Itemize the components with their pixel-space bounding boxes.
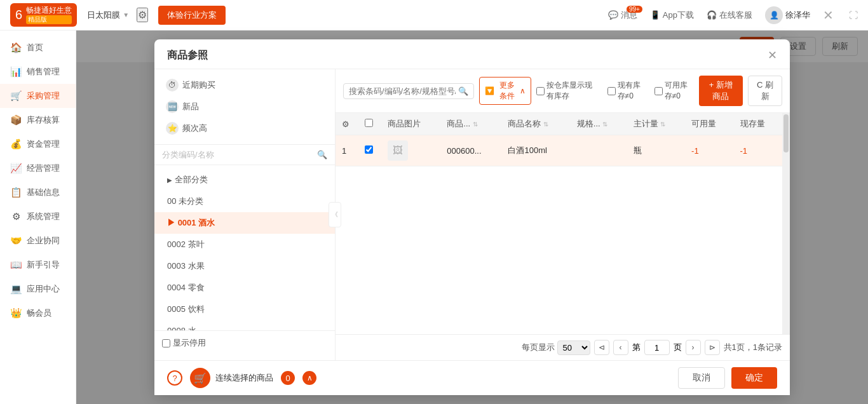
product-search-input[interactable] <box>349 86 456 96</box>
sidebar-item-home[interactable]: 🏠 首页 <box>0 36 76 60</box>
warehouse-checkbox[interactable] <box>536 87 545 95</box>
available-ne0-checkbox[interactable] <box>654 87 663 95</box>
store-name: 日太阳膜 <box>87 10 120 21</box>
category-liquor[interactable]: ▶ 0001 酒水 <box>154 212 335 234</box>
per-page-selector: 每页显示 50 10 20 100 <box>522 340 590 355</box>
category-snack[interactable]: 0004 零食 <box>154 277 335 299</box>
sidebar-item-collab[interactable]: 🤝 企业协同 <box>0 229 76 253</box>
page-suffix: 页 <box>674 342 682 353</box>
sidebar-item-apps[interactable]: 💻 应用中心 <box>0 277 76 301</box>
show-disabled-checkbox-row: 显示停用 <box>154 330 335 355</box>
category-water[interactable]: 0008 水 <box>154 320 335 330</box>
user-menu[interactable]: 👤 徐泽华 <box>765 6 810 24</box>
refresh-button[interactable]: C 刷新 <box>748 76 782 106</box>
category-all[interactable]: ▶ 全部分类 <box>154 169 335 191</box>
cancel-button[interactable]: 取消 <box>678 367 725 389</box>
service-button[interactable]: 🎧 在线客服 <box>707 10 752 21</box>
category-fruit[interactable]: 0003 水果 <box>154 255 335 277</box>
message-badge: 99+ <box>627 6 642 13</box>
sidebar-item-basic[interactable]: 📋 基础信息 <box>0 180 76 205</box>
th-gear[interactable]: ⚙ <box>336 113 358 135</box>
sidebar: 🏠 首页 📊 销售管理 🛒 采购管理 📦 库存核算 💰 资金管理 📈 经营管理 … <box>0 30 76 404</box>
table-scrollbar[interactable] <box>782 113 790 334</box>
add-product-button[interactable]: + 新增商品 <box>699 76 743 106</box>
category-search-input[interactable] <box>162 150 313 159</box>
filter-checkboxes: 按仓库显示现有库存 现有库存≠0 可用库存≠0 <box>536 80 694 102</box>
available-ne0-checkbox-label[interactable]: 可用库存≠0 <box>654 80 694 102</box>
table-settings-icon[interactable]: ⚙ <box>342 119 349 129</box>
sidebar-item-guide[interactable]: 📖 新手引导 <box>0 253 76 277</box>
total-info: 共1页，1条记录 <box>724 342 782 353</box>
store-selector[interactable]: 日太阳膜 ▼ <box>87 10 129 21</box>
category-drink[interactable]: 0005 饮料 <box>154 299 335 320</box>
cart-icon[interactable]: 🛒 <box>190 368 210 388</box>
sidebar-label-sales: 销售管理 <box>27 66 60 77</box>
window-close-button[interactable]: ✕ <box>823 8 834 23</box>
app-download-button[interactable]: 📱 App下载 <box>650 10 694 21</box>
window-maximize-button[interactable]: ⛶ <box>849 10 858 20</box>
collapse-cart-button[interactable]: ∧ <box>302 371 316 385</box>
cart-count: 0 <box>281 371 295 385</box>
trial-button[interactable]: 体验行业方案 <box>158 6 226 25</box>
show-disabled-label[interactable]: 显示停用 <box>162 337 206 349</box>
sidebar-item-system[interactable]: ⚙ 系统管理 <box>0 205 76 229</box>
next-page-button[interactable]: › <box>686 340 701 355</box>
new-product-item[interactable]: 🆕 新品 <box>159 96 330 118</box>
recent-purchase-item[interactable]: ⏱ 近期购买 <box>159 74 330 96</box>
dialog-action-buttons: 取消 确定 <box>678 367 777 389</box>
prev-page-button[interactable]: ‹ <box>613 340 628 355</box>
th-name[interactable]: 商品名称 ⇅ <box>501 113 570 135</box>
page-input[interactable] <box>644 340 670 355</box>
sidebar-item-purchase[interactable]: 🛒 采购管理 <box>0 84 76 108</box>
last-page-button[interactable]: ⊳ <box>705 340 720 355</box>
category-snack-label: 0004 零食 <box>167 283 205 292</box>
show-disabled-checkbox[interactable] <box>162 339 170 347</box>
category-search-icon[interactable]: 🔍 <box>317 150 327 159</box>
filter-icon: 🔽 <box>485 86 494 95</box>
row-checkbox[interactable] <box>365 145 373 154</box>
sidebar-item-member[interactable]: 👑 畅会员 <box>0 301 76 325</box>
sidebar-label-business: 经营管理 <box>27 163 60 174</box>
basic-icon: 📋 <box>10 187 22 198</box>
scrollbar-thumb[interactable] <box>783 114 789 152</box>
th-code[interactable]: 商品... ⇅ <box>440 113 501 135</box>
th-spec[interactable]: 规格... ⇅ <box>571 113 627 135</box>
freq-item[interactable]: ⭐ 频次高 <box>159 118 330 139</box>
sidebar-label-system: 系统管理 <box>27 211 60 222</box>
member-icon: 👑 <box>10 307 22 319</box>
category-all-label: 全部分类 <box>175 174 208 185</box>
category-unclassified[interactable]: 00 未分类 <box>154 191 335 212</box>
gear-button[interactable]: ⚙ <box>137 8 148 22</box>
sidebar-label-finance: 资金管理 <box>27 138 60 150</box>
stock-ne0-checkbox-label[interactable]: 现有库存≠0 <box>607 80 647 102</box>
more-filter-button[interactable]: 🔽 更多条件 ∧ <box>479 77 531 105</box>
confirm-button[interactable]: 确定 <box>731 367 777 389</box>
help-button[interactable]: ? <box>167 370 182 386</box>
td-seq: 1 <box>336 135 358 166</box>
sidebar-label-home: 首页 <box>27 42 43 53</box>
select-all-checkbox[interactable] <box>365 119 373 127</box>
category-tea[interactable]: 0002 茶叶 <box>154 234 335 255</box>
sidebar-item-sales[interactable]: 📊 销售管理 <box>0 60 76 84</box>
sidebar-item-inventory[interactable]: 📦 库存核算 <box>0 108 76 132</box>
logo[interactable]: 6 畅捷通好生意 精品版 <box>10 3 77 27</box>
dialog-close-button[interactable]: ✕ <box>768 48 777 62</box>
pagination: 每页显示 50 10 20 100 ⊲ ‹ 第 <box>336 334 790 360</box>
toolbar-right-actions: + 新增商品 C 刷新 <box>699 76 782 106</box>
category-drink-label: 0005 饮料 <box>167 304 205 314</box>
freq-label: 频次高 <box>182 123 207 134</box>
collapse-panel-button[interactable]: 《 <box>329 202 341 227</box>
warehouse-checkbox-label[interactable]: 按仓库显示现有库存 <box>536 80 600 102</box>
warehouse-label: 按仓库显示现有库存 <box>546 80 600 102</box>
product-search-icon[interactable]: 🔍 <box>458 86 468 96</box>
first-page-button[interactable]: ⊲ <box>594 340 609 355</box>
sidebar-item-business[interactable]: 📈 经营管理 <box>0 156 76 180</box>
message-button[interactable]: 💬 消息 99+ <box>608 10 637 21</box>
table-row[interactable]: 1 🖼 000600... <box>336 135 782 166</box>
per-page-select[interactable]: 50 10 20 100 <box>557 340 590 355</box>
th-image: 商品图片 <box>381 113 440 135</box>
th-unit[interactable]: 主计量 ⇅ <box>627 113 686 135</box>
dialog-body: ⏱ 近期购买 🆕 新品 ⭐ 频次高 <box>154 69 790 360</box>
sidebar-item-finance[interactable]: 💰 资金管理 <box>0 132 76 156</box>
stock-ne0-checkbox[interactable] <box>607 87 616 95</box>
